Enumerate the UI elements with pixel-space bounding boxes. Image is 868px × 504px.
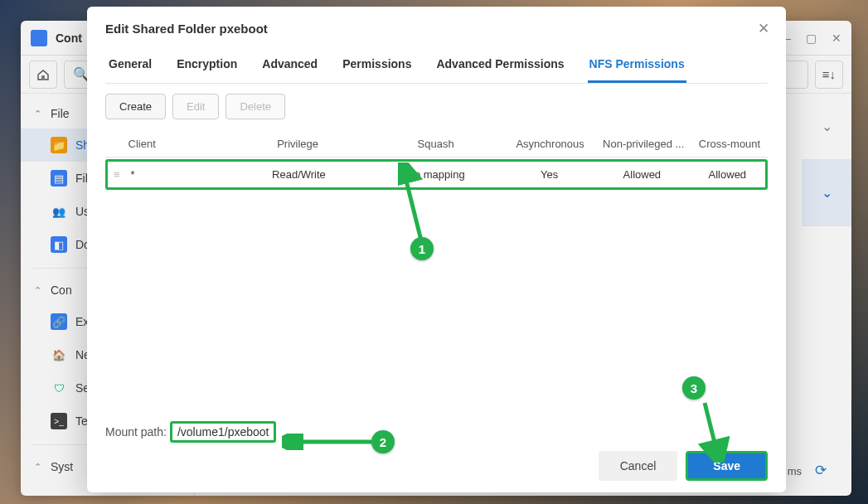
col-cross: Cross-mount [691,138,768,150]
tab-bar: General Encryption Advanced Permissions … [105,49,768,84]
annotation-badge-1: 1 [410,237,434,260]
cancel-button[interactable]: Cancel [599,451,678,481]
save-button[interactable]: Save [686,451,768,481]
table-row[interactable]: ≡ * Read/Write No mapping Yes Allowed Al… [105,159,768,190]
col-squash: Squash [366,138,504,150]
col-nonpriv: Non-privileged ... [595,138,691,150]
modal-title: Edit Shared Folder pxeboot [105,22,768,36]
cell-privilege: Read/Write [230,168,367,181]
tab-nfs-permissions[interactable]: NFS Permissions [588,49,686,83]
create-button[interactable]: Create [105,94,166,119]
tab-advanced[interactable]: Advanced [260,49,319,83]
tab-permissions[interactable]: Permissions [341,49,413,83]
tab-general[interactable]: General [107,49,153,83]
mount-path: Mount path: /volume1/pxeboot [105,421,276,443]
drag-handle-icon[interactable]: ≡ [108,168,125,181]
nfs-table: Client Privilege Squash Asynchronous Non… [105,131,768,190]
close-button[interactable]: ✕ [758,20,769,37]
col-client: Client [124,138,229,150]
cell-squash: No mapping [367,168,504,181]
cell-nonpriv: Allowed [594,168,690,181]
cell-cross: Allowed [690,168,765,181]
cell-async: Yes [504,168,594,181]
cell-client: * [125,168,230,181]
modal-footer: Cancel Save [599,451,768,481]
edit-button[interactable]: Edit [172,94,219,119]
table-header: Client Privilege Squash Asynchronous Non… [105,131,768,158]
col-async: Asynchronous [505,138,596,150]
delete-button[interactable]: Delete [225,94,285,119]
annotation-badge-3: 3 [682,376,706,400]
col-privilege: Privilege [229,138,366,150]
mount-value: /volume1/pxeboot [170,421,277,443]
tab-encryption[interactable]: Encryption [175,49,239,83]
mount-label: Mount path: [105,425,167,439]
tab-advanced-permissions[interactable]: Advanced Permissions [434,49,565,83]
edit-folder-modal: Edit Shared Folder pxeboot ✕ General Enc… [87,7,786,492]
annotation-badge-2: 2 [371,430,395,453]
nfs-toolbar: Create Edit Delete [87,84,786,128]
